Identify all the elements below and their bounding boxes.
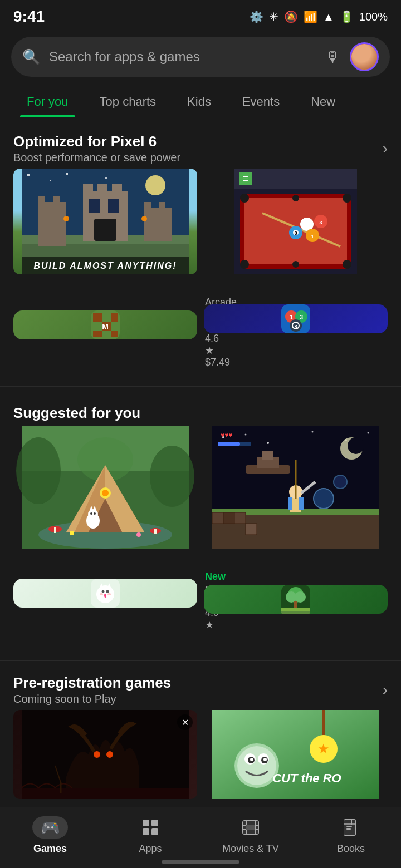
svg-point-76 [102, 490, 109, 496]
apps-icon [141, 818, 159, 836]
svg-rect-26 [93, 313, 102, 322]
minecraft-castle-svg: BUILD ALMOST ANYTHING! [13, 169, 197, 274]
accessibility-icon: ⚙️ [250, 10, 263, 23]
pre-reg-title-group: Pre-registration games Coming soon to Pl… [13, 674, 171, 706]
svg-text:3: 3 [319, 220, 322, 225]
suggested-header: Suggested for you [13, 405, 388, 422]
tab-for-you[interactable]: For you [11, 86, 84, 117]
bluetooth-icon: ✳ [269, 10, 278, 23]
svg-rect-2 [27, 174, 30, 176]
nav-apps[interactable]: Apps [100, 816, 200, 855]
suggested-title: Suggested for you [13, 405, 140, 422]
svg-rect-110 [223, 512, 234, 524]
svg-point-96 [100, 593, 103, 595]
svg-rect-115 [288, 497, 292, 510]
status-time: 9:41 [13, 8, 45, 26]
svg-point-149 [263, 758, 267, 761]
pre-reg-cutrope-card[interactable]: ★ CUT the RO [204, 710, 388, 799]
svg-point-42 [240, 194, 249, 203]
home-indicator [162, 860, 239, 864]
pre-reg-header: Pre-registration games Coming soon to Pl… [13, 674, 388, 706]
svg-rect-13 [97, 184, 107, 196]
svg-rect-137 [22, 788, 189, 799]
optimized-arrow[interactable]: › [383, 140, 388, 157]
svg-rect-29 [93, 322, 102, 331]
svg-point-106 [348, 437, 364, 454]
svg-point-102 [312, 431, 314, 433]
svg-point-97 [107, 593, 111, 595]
optimized-header: Optimized for Pixel 6 Boost performance … [13, 133, 388, 164]
avatar[interactable] [350, 42, 379, 71]
svg-text:BUILD ALMOST ANYTHING!: BUILD ALMOST ANYTHING! [33, 261, 177, 270]
tabs-bar: For you Top charts Kids Events New [0, 86, 401, 117]
svg-text:3: 3 [300, 314, 303, 320]
svg-rect-155 [143, 828, 149, 835]
wifi-icon: 📶 [304, 10, 317, 23]
svg-rect-16 [144, 202, 151, 213]
svg-rect-37 [234, 169, 357, 189]
svg-rect-27 [102, 313, 111, 322]
svg-rect-9 [38, 196, 45, 208]
mute-icon: 🔕 [284, 10, 298, 23]
svg-point-123 [334, 475, 347, 489]
svg-point-100 [245, 434, 247, 436]
nav-games[interactable]: 🎮 Games [0, 816, 100, 855]
nav-games-label: Games [33, 843, 67, 855]
svg-rect-14 [112, 184, 122, 196]
svg-point-130 [295, 591, 306, 603]
search-bar[interactable]: 🔍 Search for apps & games 🎙 [11, 37, 390, 77]
svg-rect-111 [234, 512, 246, 524]
nav-books[interactable]: Books [301, 816, 401, 855]
search-placeholder[interactable]: Search for apps & games [49, 49, 316, 65]
tab-top-charts[interactable]: Top charts [84, 86, 172, 117]
svg-text:1: 1 [311, 234, 314, 239]
svg-rect-33 [102, 331, 111, 337]
svg-rect-31 [111, 322, 118, 331]
pool-game-svg: ☰ 3 [204, 169, 388, 274]
svg-rect-5 [105, 177, 107, 179]
close-icon[interactable]: ✕ [177, 714, 193, 730]
pool-icon: 1 3 8 [204, 304, 388, 333]
svg-rect-156 [151, 828, 158, 835]
terraria-banner: ♥♥♥ [204, 426, 388, 549]
apps-icon-wrap [133, 816, 168, 839]
svg-point-122 [314, 489, 334, 509]
nav-movies[interactable]: Movies & TV [200, 816, 301, 855]
svg-rect-84 [54, 527, 56, 533]
optimized-title-group: Optimized for Pixel 6 Boost performance … [13, 133, 180, 164]
svg-rect-153 [143, 820, 149, 826]
divider-1 [0, 386, 401, 387]
pre-reg-dark-card[interactable]: ✕ [13, 710, 197, 799]
svg-rect-169 [346, 828, 351, 830]
tab-events[interactable]: Events [227, 86, 295, 117]
terraria-app-info: Terraria Adventure • G... 4.6 ★ $4.99 [204, 555, 388, 643]
svg-point-135 [94, 751, 100, 758]
tab-new[interactable]: New [295, 86, 351, 117]
pool-card[interactable]: ☰ 3 [204, 169, 388, 368]
svg-text:♥♥♥: ♥♥♥ [221, 431, 232, 439]
svg-rect-17 [159, 202, 165, 213]
terraria-card[interactable]: ♥♥♥ [204, 426, 388, 643]
minecraft-card[interactable]: BUILD ALMOST ANYTHING! [13, 169, 197, 368]
movies-icon [242, 818, 260, 836]
status-bar: 9:41 ⚙️ ✳ 🔕 📶 ▲ 🔋 100% [0, 0, 401, 31]
tab-kids[interactable]: Kids [172, 86, 227, 117]
microphone-icon[interactable]: 🎙 [325, 48, 341, 66]
pre-reg-arrow[interactable]: › [383, 681, 388, 699]
svg-point-148 [250, 758, 253, 761]
svg-rect-131 [294, 601, 297, 609]
search-bar-container: 🔍 Search for apps & games 🎙 [0, 31, 401, 77]
pre-reg-subtitle: Coming soon to Play [13, 693, 171, 706]
svg-point-82 [94, 512, 96, 515]
svg-rect-12 [83, 184, 93, 196]
svg-point-95 [106, 590, 109, 593]
nav-books-label: Books [337, 843, 365, 855]
optimized-section: Optimized for Pixel 6 Boost performance … [0, 117, 401, 384]
cats-soup-card[interactable]: Cats & Soup New • Simulation 4.9 ★ [13, 426, 197, 643]
svg-point-104 [368, 432, 369, 434]
svg-point-44 [240, 260, 249, 269]
svg-rect-126 [218, 442, 240, 446]
svg-point-45 [343, 260, 351, 269]
terraria-icon [204, 585, 388, 614]
pre-reg-section: Pre-registration games Coming soon to Pl… [0, 663, 401, 806]
